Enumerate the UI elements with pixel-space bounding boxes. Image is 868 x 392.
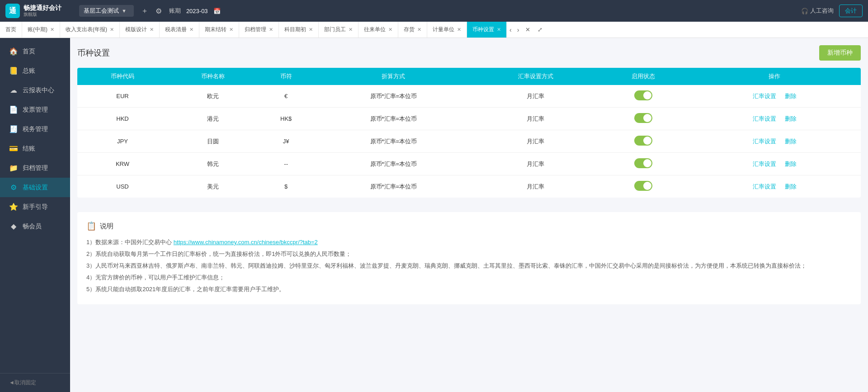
cell-status <box>598 85 689 108</box>
rate-setting-link[interactable]: 汇率设置 <box>753 115 776 122</box>
cell-code: JPY <box>77 130 168 153</box>
tab-close-all-button[interactable]: ✕ <box>522 22 534 38</box>
toggle-switch[interactable] <box>634 181 652 191</box>
tab-inventory[interactable]: 存货 ✕ <box>398 22 427 38</box>
page-title: 币种设置 <box>77 47 110 58</box>
delete-link[interactable]: 删除 <box>785 183 797 190</box>
sidebar-item-archive[interactable]: 📁 归档管理 <box>0 158 70 178</box>
cell-code: EUR <box>77 85 168 108</box>
rate-setting-link[interactable]: 汇率设置 <box>753 93 776 99</box>
tab-template[interactable]: 模版设计 ✕ <box>120 22 160 38</box>
cell-symbol: $ <box>258 175 314 198</box>
delete-link[interactable]: 删除 <box>785 93 797 99</box>
table-body: EUR 欧元 € 原币*汇率=本位币 月汇率 汇率设置 删除 HKD 港元 HK… <box>77 85 861 198</box>
close-icon[interactable]: ✕ <box>189 27 193 33</box>
close-icon[interactable]: ✕ <box>309 27 313 33</box>
col-action: 操作 <box>689 68 861 85</box>
company-selector[interactable]: 基层工会测试 ▼ <box>79 5 134 17</box>
close-icon[interactable]: ✕ <box>457 27 461 33</box>
tab-income[interactable]: 收入支出表(年报) ✕ <box>60 22 120 38</box>
sidebar-item-invoice[interactable]: 📄 发票管理 <box>0 100 70 119</box>
sidebar-item-settings[interactable]: ⚙ 基础设置 <box>0 178 70 197</box>
col-status: 启用状态 <box>598 68 689 85</box>
sidebar-label-ledger: 总账 <box>23 67 35 75</box>
sidebar-pin-button[interactable]: ◄取消固定 <box>0 373 70 392</box>
tab-currency[interactable]: 币种设置 ✕ <box>467 22 507 38</box>
close-icon[interactable]: ✕ <box>229 27 233 33</box>
toggle-switch[interactable] <box>634 113 652 123</box>
close-icon[interactable]: ✕ <box>269 27 273 33</box>
tab-prev-button[interactable]: ‹ <box>507 22 514 38</box>
account-button[interactable]: 会计 <box>839 5 863 17</box>
tab-unit[interactable]: 计量单位 ✕ <box>427 22 467 38</box>
tab-contacts[interactable]: 往来单位 ✕ <box>359 22 398 38</box>
close-icon[interactable]: ✕ <box>497 27 501 33</box>
rate-setting-link[interactable]: 汇率设置 <box>753 161 776 167</box>
toggle-thumb <box>643 114 651 122</box>
toggle-thumb <box>643 137 651 145</box>
delete-link[interactable]: 删除 <box>785 161 797 167</box>
note-item: 5）系统只能自动抓取2021年度后的汇率，之前年度汇率需要用户手工维护。 <box>86 283 852 295</box>
headset-icon: 🎧 <box>801 8 808 14</box>
note-title-row: 📋 说明 <box>86 221 852 231</box>
note-link[interactable]: https://www.chinamoney.com.cn/chinese/bk… <box>174 239 318 246</box>
sidebar-item-home[interactable]: 🏠 首页 <box>0 42 70 61</box>
delete-link[interactable]: 删除 <box>785 138 797 145</box>
tab-home-label: 首页 <box>5 26 16 33</box>
tab-subject-label: 科目期初 <box>284 26 306 33</box>
sidebar-item-ledger[interactable]: 📒 总账 <box>0 61 70 80</box>
cell-rate-type: 月汇率 <box>473 108 598 130</box>
cell-symbol: J¥ <box>258 130 314 153</box>
toggle-thumb <box>643 91 651 99</box>
sidebar-item-guide[interactable]: ⭐ 新手引导 <box>0 197 70 217</box>
toggle-switch[interactable] <box>634 136 652 146</box>
cell-name: 日圆 <box>168 130 258 153</box>
tab-tax[interactable]: 税表清册 ✕ <box>160 22 199 38</box>
close-icon[interactable]: ✕ <box>349 27 353 33</box>
top-actions: ＋ ⚙ 账期 2023-03 📅 <box>139 5 221 18</box>
service-button[interactable]: 🎧 人工咨询 <box>801 7 834 15</box>
note-section: 📋 说明 1）数据来源：中国外汇交易中心 https://www.chinamo… <box>77 212 861 304</box>
tab-template-label: 模版设计 <box>125 26 147 33</box>
toggle-switch[interactable] <box>634 158 652 168</box>
tab-archive[interactable]: 归档管理 ✕ <box>239 22 279 38</box>
tab-closing[interactable]: 期末结转 ✕ <box>199 22 239 38</box>
tab-next-button[interactable]: › <box>514 22 522 38</box>
calendar-icon[interactable]: 📅 <box>213 8 221 14</box>
toggle-thumb <box>643 182 651 190</box>
sidebar-item-member[interactable]: ◆ 畅会员 <box>0 217 70 236</box>
tab-subject[interactable]: 科目期初 ✕ <box>279 22 319 38</box>
cell-name: 韩元 <box>168 153 258 175</box>
tab-dept[interactable]: 部门员工 ✕ <box>319 22 359 38</box>
sidebar-label-guide: 新手引导 <box>23 203 48 211</box>
close-icon[interactable]: ✕ <box>150 27 154 33</box>
toggle-thumb <box>643 159 651 167</box>
note-item: 1）数据来源：中国外汇交易中心 https://www.chinamoney.c… <box>86 236 852 248</box>
sidebar-item-reports[interactable]: ☁ 云报表中心 <box>0 80 70 100</box>
close-icon[interactable]: ✕ <box>110 27 114 33</box>
tab-home[interactable]: 首页 <box>0 22 22 38</box>
rate-setting-link[interactable]: 汇率设置 <box>753 138 776 145</box>
cell-name: 欧元 <box>168 85 258 108</box>
cell-code: HKD <box>77 108 168 130</box>
close-icon[interactable]: ✕ <box>417 27 421 33</box>
close-icon[interactable]: ✕ <box>50 27 54 33</box>
currency-table: 币种代码 币种名称 币符 折算方式 汇率设置方式 启用状态 操作 EUR 欧元 … <box>77 68 861 198</box>
add-icon[interactable]: ＋ <box>139 5 150 18</box>
sidebar-item-tax[interactable]: 🧾 税务管理 <box>0 119 70 139</box>
settings-icon[interactable]: ⚙ <box>154 5 164 17</box>
close-icon[interactable]: ✕ <box>388 27 392 33</box>
tab-zhangqi[interactable]: 账(中期) ✕ <box>22 22 60 38</box>
tab-tax-label: 税表清册 <box>165 26 187 33</box>
rate-setting-link[interactable]: 汇率设置 <box>753 183 776 190</box>
delete-link[interactable]: 删除 <box>785 115 797 122</box>
cell-symbol: -- <box>258 153 314 175</box>
new-currency-button[interactable]: 新增币种 <box>819 45 861 61</box>
sidebar: 🏠 首页 📒 总账 ☁ 云报表中心 📄 发票管理 🧾 税务管理 💳 结账 📁 归… <box>0 38 70 392</box>
tab-expand-button[interactable]: ⤢ <box>534 22 546 38</box>
sidebar-item-checkout[interactable]: 💳 结账 <box>0 139 70 158</box>
table-row: HKD 港元 HK$ 原币*汇率=本位币 月汇率 汇率设置 删除 <box>77 108 861 130</box>
toggle-switch[interactable] <box>634 90 652 100</box>
gear-icon: ⚙ <box>9 183 18 192</box>
table-row: JPY 日圆 J¥ 原币*汇率=本位币 月汇率 汇率设置 删除 <box>77 130 861 153</box>
